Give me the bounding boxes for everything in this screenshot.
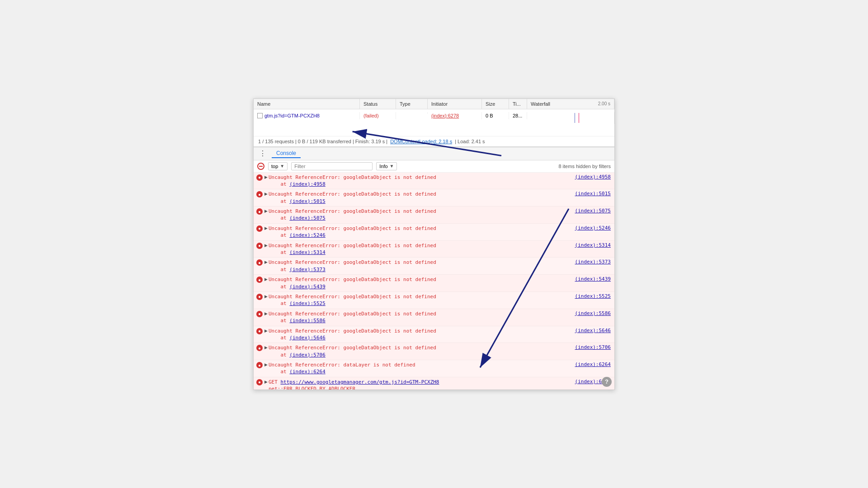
- at-link[interactable]: (index):5015: [289, 198, 325, 204]
- error-icon: ●: [256, 345, 263, 351]
- help-icon[interactable]: ?: [602, 377, 612, 387]
- console-error-text: Uncaught ReferenceError: googleDataObjec…: [269, 242, 571, 256]
- network-file-link[interactable]: gtm.js?id=GTM-PCXZH8: [264, 113, 320, 118]
- console-location[interactable]: (index):5314: [575, 242, 611, 248]
- network-row-name[interactable]: gtm.js?id=GTM-PCXZH8: [254, 112, 360, 119]
- tab-console[interactable]: Console: [272, 149, 301, 158]
- console-location[interactable]: (index):5075: [575, 208, 611, 214]
- expand-arrow[interactable]: ▶: [264, 243, 268, 248]
- console-filter-bar: top ▼ Info ▼ 8 items hidden by filters: [254, 160, 614, 173]
- expand-arrow[interactable]: ▶: [264, 311, 268, 316]
- network-row[interactable]: gtm.js?id=GTM-PCXZH8 (failed) (index):62…: [254, 109, 614, 136]
- waterfall-bar: [531, 113, 610, 123]
- console-error-text: Uncaught ReferenceError: googleDataObjec…: [269, 259, 571, 273]
- three-dots-icon[interactable]: ⋮: [257, 149, 268, 158]
- at-link[interactable]: (index):5706: [289, 352, 325, 358]
- col-header-time: Ti...: [509, 99, 527, 109]
- network-section: Name Status Type Initiator Size Ti... Wa…: [254, 99, 614, 147]
- error-icon: ●: [256, 259, 263, 266]
- expand-arrow[interactable]: ▶: [264, 226, 268, 230]
- at-link[interactable]: (index):5246: [289, 232, 325, 238]
- expand-arrow[interactable]: ▶: [264, 277, 268, 282]
- console-location[interactable]: (index):5525: [575, 293, 611, 299]
- col-header-waterfall: Waterfall 2.00 s: [527, 99, 614, 109]
- console-location[interactable]: (index):6264: [575, 361, 611, 367]
- console-location[interactable]: (index):4958: [575, 174, 611, 180]
- expand-arrow[interactable]: ▶: [264, 380, 268, 384]
- context-label: top: [271, 164, 278, 169]
- error-icon: ●: [256, 362, 263, 368]
- at-link[interactable]: (index):4958: [289, 181, 325, 187]
- network-row-size: 0 B: [482, 112, 509, 119]
- error-icon: ●: [256, 328, 263, 334]
- expand-arrow[interactable]: ▶: [264, 260, 268, 264]
- log-level-dropdown-arrow: ▼: [390, 164, 394, 169]
- log-level-selector[interactable]: Info ▼: [376, 162, 397, 170]
- error-icon: ●: [256, 311, 263, 317]
- network-table-header: Name Status Type Initiator Size Ti... Wa…: [254, 99, 614, 109]
- console-error-row: ● ▶ Uncaught ReferenceError: googleDataO…: [254, 224, 614, 241]
- network-row-status: (failed): [360, 112, 396, 119]
- network-row-type: [396, 112, 428, 114]
- no-entry-icon[interactable]: [257, 163, 264, 170]
- expand-arrow[interactable]: ▶: [264, 328, 268, 333]
- get-url-link[interactable]: https://www.googletagmanager.com/gtm.js?…: [281, 379, 439, 385]
- expand-arrow[interactable]: ▶: [264, 362, 268, 367]
- console-location[interactable]: (index):5246: [575, 225, 611, 231]
- expand-arrow[interactable]: ▶: [264, 294, 268, 299]
- error-icon: ●: [256, 208, 263, 215]
- row-checkbox[interactable]: [257, 113, 263, 118]
- network-row-initiator[interactable]: (index):6278: [428, 112, 482, 119]
- at-link[interactable]: (index):5586: [289, 318, 325, 324]
- console-error-row: ● ▶ Uncaught ReferenceError: googleDataO…: [254, 292, 614, 309]
- expand-arrow[interactable]: ▶: [264, 192, 268, 196]
- console-location[interactable]: (index):5015: [575, 191, 611, 197]
- error-icon: ●: [256, 174, 263, 181]
- console-error-row: ● ▶ Uncaught ReferenceError: googleDataO…: [254, 275, 614, 292]
- console-location[interactable]: (index):5373: [575, 259, 611, 265]
- col-header-initiator: Initiator: [428, 99, 482, 109]
- col-header-type: Type: [396, 99, 428, 109]
- col-header-name: Name: [254, 99, 360, 109]
- console-location[interactable]: (index):5646: [575, 328, 611, 333]
- context-selector[interactable]: top ▼: [268, 162, 288, 170]
- network-row-waterfall: [527, 112, 614, 124]
- col-header-status: Status: [360, 99, 396, 109]
- load-text: | Load: 2.41 s: [455, 139, 485, 144]
- expand-arrow[interactable]: ▶: [264, 209, 268, 213]
- console-location[interactable]: (index):5439: [575, 276, 611, 282]
- at-link[interactable]: (index):5075: [289, 215, 325, 221]
- col-header-size: Size: [482, 99, 509, 109]
- console-error-text: Uncaught ReferenceError: googleDataObjec…: [269, 328, 571, 342]
- devtools-panel: Name Status Type Initiator Size Ti... Wa…: [253, 99, 615, 390]
- console-error-text: Uncaught ReferenceError: dataLayer is no…: [269, 361, 571, 375]
- log-level-label: Info: [379, 164, 387, 169]
- error-icon: ●: [256, 294, 263, 300]
- dom-content-loaded-link[interactable]: DOMContentLoaded: 2.18 s: [390, 139, 452, 144]
- console-error-text: Uncaught ReferenceError: googleDataObjec…: [269, 191, 571, 205]
- console-location[interactable]: (index):5586: [575, 310, 611, 316]
- at-link[interactable]: (index):5373: [289, 267, 325, 272]
- expand-arrow[interactable]: ▶: [264, 345, 268, 350]
- expand-arrow[interactable]: ▶: [264, 175, 268, 179]
- at-link[interactable]: (index):5439: [289, 284, 325, 290]
- filter-input[interactable]: [291, 162, 373, 170]
- at-link[interactable]: (index):6264: [289, 369, 325, 375]
- error-icon: ●: [256, 191, 263, 197]
- error-icon: ●: [256, 379, 263, 385]
- console-location[interactable]: (index):5706: [575, 344, 611, 350]
- console-error-row: ● ▶ Uncaught ReferenceError: dataLayer i…: [254, 360, 614, 377]
- initiator-link[interactable]: (index):6278: [431, 113, 459, 118]
- hidden-items-count: 8 items hidden by filters: [558, 164, 611, 169]
- waterfall-line-pink: [579, 113, 579, 123]
- at-link[interactable]: (index):5646: [289, 335, 325, 341]
- console-error-text: Uncaught ReferenceError: googleDataObjec…: [269, 293, 571, 307]
- console-error-text: Uncaught ReferenceError: googleDataObjec…: [269, 344, 571, 358]
- at-link[interactable]: (index):5314: [289, 249, 325, 255]
- console-error-row: ● ▶ Uncaught ReferenceError: googleDataO…: [254, 258, 614, 275]
- console-error-text: Uncaught ReferenceError: googleDataObjec…: [269, 174, 571, 188]
- console-error-text: Uncaught ReferenceError: googleDataObjec…: [269, 208, 571, 222]
- at-link[interactable]: (index):5525: [289, 300, 325, 306]
- console-error-row: ● ▶ Uncaught ReferenceError: googleDataO…: [254, 189, 614, 206]
- console-error-row: ● ▶ Uncaught ReferenceError: googleDataO…: [254, 343, 614, 360]
